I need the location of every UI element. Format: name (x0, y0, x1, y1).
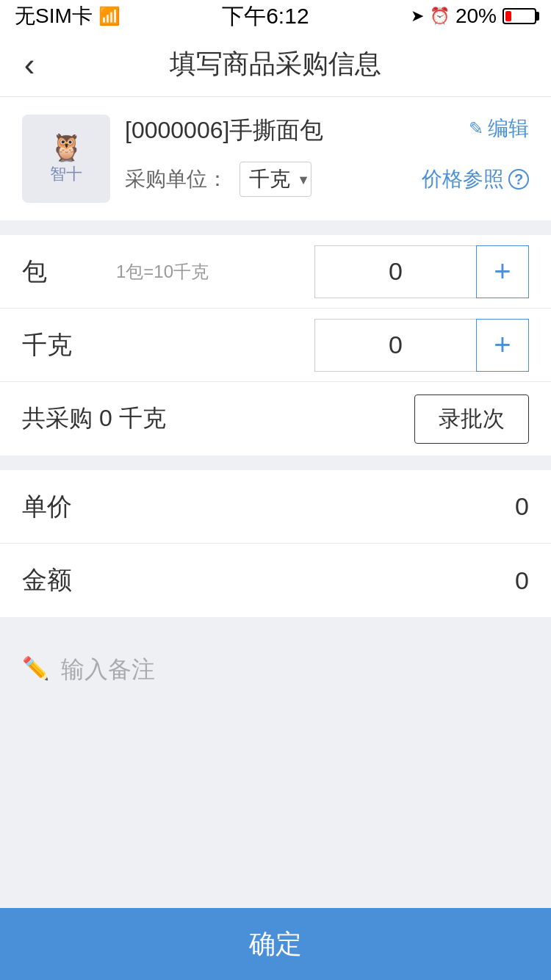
kg-label: 千克 (22, 328, 110, 362)
bag-quantity-input[interactable] (314, 245, 476, 298)
carrier-text: 无SIM卡 (15, 2, 93, 30)
wifi-icon: 📶 (98, 6, 120, 26)
status-bar: 无SIM卡 📶 下午6:12 ➤ ⏰ 20% (0, 0, 551, 32)
product-unit-row: 采购单位： 千克 ▾ (125, 162, 311, 197)
remarks-placeholder: 输入备注 (61, 654, 155, 686)
location-icon: ➤ (411, 7, 424, 26)
back-button[interactable]: ‹ (0, 32, 59, 97)
remarks-section[interactable]: ✏️ 输入备注 (0, 632, 551, 720)
separator-3 (0, 617, 551, 632)
battery-icon (503, 8, 536, 24)
alarm-icon: ⏰ (430, 7, 450, 26)
status-right: ➤ ⏰ 20% (411, 4, 536, 28)
bag-input-row: 包 1包=10千克 + (0, 235, 551, 309)
input-section: 包 1包=10千克 + 千克 + 共采购 0 千克 录批次 (0, 235, 551, 455)
pencil-icon: ✏️ (22, 655, 49, 681)
kg-plus-button[interactable]: + (476, 319, 529, 372)
footer[interactable]: 确定 (0, 908, 551, 980)
summary-text: 共采购 0 千克 (22, 403, 166, 435)
batch-button[interactable]: 录批次 (414, 394, 529, 444)
confirm-button[interactable]: 确定 (249, 926, 302, 962)
unit-price-value: 0 (515, 492, 529, 521)
bag-label: 包 (22, 255, 110, 289)
back-icon: ‹ (24, 46, 35, 83)
status-left: 无SIM卡 📶 (15, 2, 120, 30)
amount-value: 0 (515, 566, 529, 595)
price-ref-button[interactable]: 价格参照 ? (422, 165, 529, 193)
price-ref-label: 价格参照 (422, 165, 504, 193)
unit-select-wrap[interactable]: 千克 ▾ (240, 162, 311, 197)
bag-sublabel: 1包=10千克 (116, 260, 209, 284)
kg-input-row: 千克 + (0, 309, 551, 382)
dropdown-icon: ▾ (300, 170, 307, 188)
bag-input-right: + (314, 245, 529, 298)
unit-label: 采购单位： (125, 165, 228, 193)
edit-icon: ✎ (469, 118, 483, 139)
unit-price-label: 单价 (22, 490, 72, 524)
separator-1 (0, 220, 551, 235)
summary-row: 共采购 0 千克 录批次 (0, 382, 551, 455)
kg-input-right: + (314, 319, 529, 372)
edit-button[interactable]: ✎ 编辑 (469, 115, 529, 143)
product-card: 🦉 智十 [0000006]手撕面包 采购单位： 千克 ▾ 价格参照 ? ✎ 编… (0, 97, 551, 220)
info-icon: ? (508, 169, 529, 190)
page-title: 填写商品采购信息 (170, 46, 381, 82)
amount-label: 金额 (22, 563, 72, 597)
nav-bar: ‹ 填写商品采购信息 (0, 32, 551, 97)
battery-percent: 20% (455, 4, 497, 28)
amount-row: 金额 0 (0, 544, 551, 617)
product-image-placeholder: 🦉 智十 (50, 132, 83, 185)
unit-price-row: 单价 0 (0, 470, 551, 544)
product-image: 🦉 智十 (22, 115, 110, 203)
price-section: 单价 0 金额 0 (0, 470, 551, 617)
kg-quantity-input[interactable] (314, 319, 476, 372)
status-time: 下午6:12 (222, 1, 309, 32)
edit-label: 编辑 (488, 115, 529, 143)
bag-plus-button[interactable]: + (476, 245, 529, 298)
separator-2 (0, 455, 551, 470)
